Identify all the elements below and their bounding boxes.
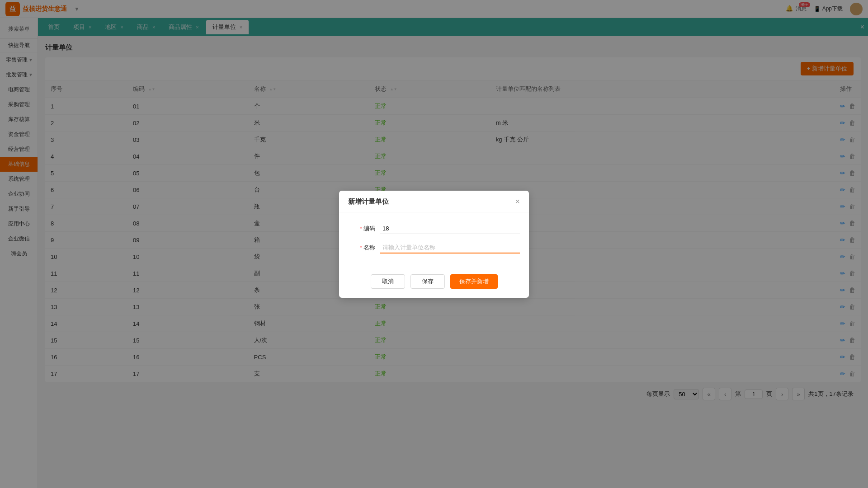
modal-body: *编码 *名称 xyxy=(339,212,529,269)
save-and-new-button[interactable]: 保存并新增 xyxy=(450,274,498,289)
modal-title: 新增计量单位 xyxy=(348,197,389,206)
modal-close-button[interactable]: × xyxy=(515,197,520,206)
code-label: *编码 xyxy=(348,225,375,233)
form-row-name: *名称 xyxy=(348,242,520,253)
add-unit-modal: 新增计量单位 × *编码 *名称 取消 保存 保存并新增 xyxy=(339,191,529,298)
modal-overlay: 新增计量单位 × *编码 *名称 取消 保存 保存并新增 xyxy=(0,0,868,488)
save-button[interactable]: 保存 xyxy=(410,274,445,289)
name-input[interactable] xyxy=(380,242,520,253)
cancel-button[interactable]: 取消 xyxy=(371,274,405,289)
modal-footer: 取消 保存 保存并新增 xyxy=(339,269,529,298)
code-input[interactable] xyxy=(380,223,520,234)
form-row-code: *编码 xyxy=(348,223,520,234)
modal-header: 新增计量单位 × xyxy=(339,191,529,212)
name-label: *名称 xyxy=(348,244,375,252)
